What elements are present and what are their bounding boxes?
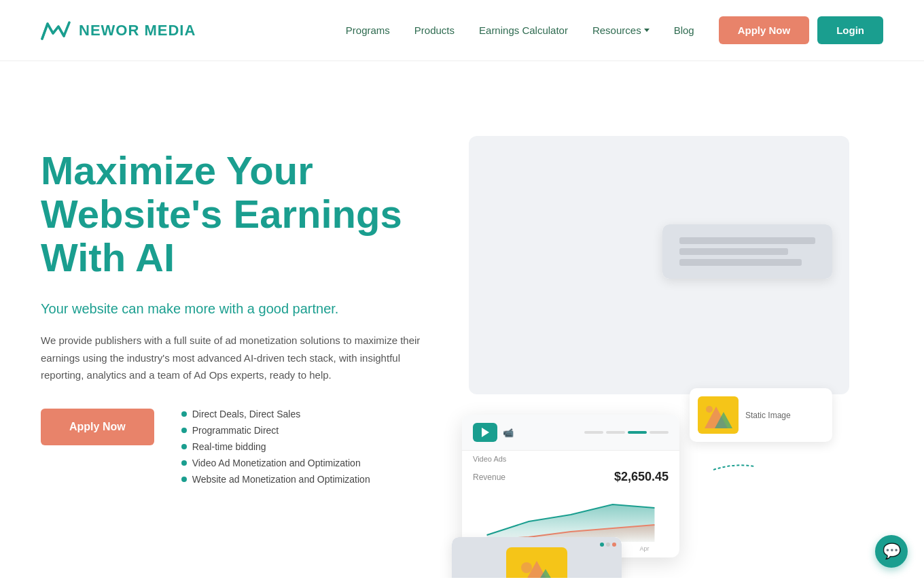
video-ads-icon — [473, 423, 497, 442]
list-item-label: Direct Deals, Direct Sales — [192, 409, 301, 419]
nav-products[interactable]: Products — [414, 24, 455, 36]
video-ads-cam: 📹 — [503, 428, 514, 438]
hero-body: We provide publishers with a full suite … — [41, 332, 421, 384]
list-item: Website ad Monetization and Optimization — [181, 474, 370, 485]
list-item-label: Website ad Monetization and Optimization — [192, 474, 370, 485]
nav-cta: Apply Now Login — [719, 16, 883, 44]
list-item-label: Programmatic Direct — [192, 425, 279, 436]
list-item-label: Real-time bidding — [192, 441, 266, 452]
revenue-value: $2,650.45 — [614, 470, 669, 484]
bullet-icon — [181, 460, 187, 466]
hero-headline: Maximize Your Website's Earnings With AI — [41, 149, 421, 279]
logo[interactable]: NEWOR MEDIA — [41, 20, 196, 41]
static-image-icon — [701, 400, 735, 430]
mountain-icon — [513, 554, 561, 578]
play-icon — [482, 428, 489, 437]
navbar: NEWOR MEDIA Programs Products Earnings C… — [0, 0, 924, 61]
svg-point-2 — [521, 562, 532, 573]
revenue-label: Revenue — [473, 473, 505, 482]
nav-links: Programs Products Earnings Calculator Re… — [346, 24, 694, 37]
hero-visual: 📹 Video Ads Revenue $2,650.45 — [448, 129, 829, 510]
svg-point-5 — [706, 406, 713, 413]
dashboard-header: 📹 — [462, 415, 679, 451]
bullet-icon — [181, 411, 187, 417]
list-item-label: Video Ad Monetization and Optimization — [192, 458, 361, 468]
image-placeholder-top — [506, 547, 567, 578]
video-ads-label: Video Ads — [462, 451, 679, 463]
float-card-static-image: Static Image — [690, 388, 832, 442]
list-item: Real-time bidding — [181, 441, 370, 452]
scroll-indicator — [713, 460, 754, 476]
float-dots — [600, 543, 616, 547]
chat-bubble[interactable]: 💬 — [875, 535, 908, 568]
hero-bottom: Apply Now Direct Deals, Direct Sales Pro… — [41, 409, 421, 490]
float-card-image-area — [452, 537, 622, 578]
logo-icon — [41, 20, 73, 41]
list-item: Direct Deals, Direct Sales — [181, 409, 370, 419]
list-item: Programmatic Direct — [181, 425, 370, 436]
bullet-icon — [181, 428, 187, 433]
nav-blog[interactable]: Blog — [674, 24, 694, 36]
hero-content: Maximize Your Website's Earnings With AI… — [41, 149, 448, 490]
dashboard-card: 📹 Video Ads Revenue $2,650.45 — [462, 415, 679, 557]
chevron-down-icon — [644, 29, 650, 32]
nav-programs[interactable]: Programs — [346, 24, 390, 36]
logo-text: NEWOR MEDIA — [79, 22, 196, 39]
hero-subheadline: Your website can make more with a good p… — [41, 299, 421, 318]
float-card-top — [452, 537, 622, 578]
bullet-icon — [181, 477, 187, 482]
hero-feature-list: Direct Deals, Direct Sales Programmatic … — [181, 409, 370, 490]
apply-now-hero-button[interactable]: Apply Now — [41, 409, 154, 445]
scroll-line-icon — [713, 460, 754, 473]
chat-icon: 💬 — [883, 543, 901, 560]
float-card-middle-image — [662, 224, 832, 279]
nav-earnings-calculator[interactable]: Earnings Calculator — [479, 24, 568, 36]
bullet-icon — [181, 444, 187, 449]
hero-section: Maximize Your Website's Earnings With AI… — [0, 61, 924, 578]
list-item: Video Ad Monetization and Optimization — [181, 458, 370, 468]
nav-resources[interactable]: Resources — [592, 24, 650, 36]
static-image-mini — [698, 396, 739, 434]
login-button[interactable]: Login — [817, 16, 883, 44]
apply-now-nav-button[interactable]: Apply Now — [719, 16, 810, 44]
static-image-label: Static Image — [745, 411, 791, 420]
dashboard-dots — [584, 431, 669, 434]
float-card-middle — [662, 224, 832, 279]
chart-x-apr: Apr — [639, 545, 649, 552]
ui-skeleton — [679, 237, 815, 266]
revenue-row: Revenue $2,650.45 — [462, 463, 679, 491]
